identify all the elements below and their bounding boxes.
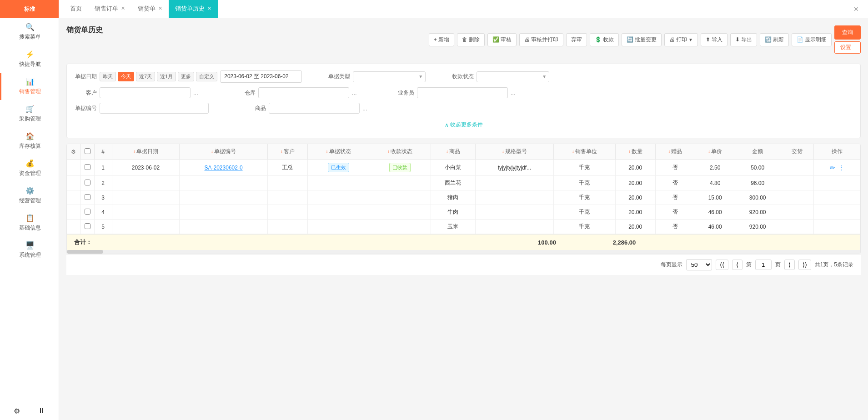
row-select-checkbox[interactable] (85, 164, 90, 170)
row-exchange (780, 220, 814, 234)
row-select-checkbox[interactable] (85, 194, 90, 200)
abandon-button[interactable]: 弃审 (566, 33, 587, 46)
payment-status-select[interactable] (477, 71, 549, 82)
tab-home[interactable]: 首页 (64, 0, 88, 18)
select-all-checkbox[interactable] (85, 148, 90, 154)
date-btn-1month[interactable]: 近1月 (157, 72, 176, 81)
row-checkbox[interactable] (80, 205, 94, 220)
th-doc-status[interactable]: 单据状态 (307, 144, 369, 160)
export-button[interactable]: ⬇ 导出 (730, 33, 757, 46)
customer-more-icon[interactable]: ... (193, 90, 198, 96)
tab-close-all[interactable]: ✕ (849, 5, 863, 13)
refresh-button[interactable]: 🔃 刷新 (760, 33, 789, 46)
per-page-select[interactable]: 50 100 200 (686, 259, 712, 270)
row-doc-no[interactable] (180, 190, 268, 205)
agent-input[interactable] (417, 87, 508, 98)
table-row: 4 牛肉 千克 20.00 否 46.00 920.00 (67, 205, 860, 220)
horizontal-scrollbar[interactable] (67, 250, 860, 254)
batch-change-button[interactable]: 🔄 批量变更 (622, 33, 662, 46)
sidebar-item-operations-mgmt[interactable]: ⚙️ 经营管理 (0, 182, 59, 209)
audit-button[interactable]: ✅ 审核 (487, 33, 517, 46)
sidebar-settings-icon[interactable]: ⚙ (14, 407, 20, 415)
row-select-checkbox[interactable] (85, 209, 90, 215)
th-goods[interactable]: 商品 (431, 144, 476, 160)
date-range-input[interactable]: 2023-06-02 至 2023-06-02 (220, 70, 302, 83)
th-spec[interactable]: 规格型号 (475, 144, 553, 160)
warehouse-more-icon[interactable]: ... (352, 90, 357, 96)
th-customer[interactable]: 客户 (267, 144, 307, 160)
date-btn-today[interactable]: 今天 (118, 72, 134, 81)
agent-more-icon[interactable]: ... (511, 90, 516, 96)
tab-close-sales-goods[interactable]: ✕ (158, 5, 162, 11)
more-icon[interactable]: ⋮ (838, 164, 844, 171)
sidebar-item-purchase-mgmt[interactable]: 🛒 采购管理 (0, 100, 59, 127)
tab-close-sales-history[interactable]: ✕ (207, 5, 211, 11)
sidebar-collapse-icon[interactable]: ⏸ (38, 407, 45, 415)
th-gift[interactable]: 赠品 (655, 144, 695, 160)
row-action (814, 220, 860, 234)
sidebar-item-system-mgmt[interactable]: 🖥️ 系统管理 (0, 236, 59, 264)
query-button[interactable]: 查询 (834, 25, 861, 40)
row-checkbox[interactable] (80, 176, 94, 190)
footer-total-qty: 100.00 (529, 239, 565, 246)
page-number-input[interactable] (755, 260, 772, 270)
date-btn-custom[interactable]: 自定义 (196, 72, 217, 81)
edit-icon[interactable]: ✏ (830, 164, 835, 171)
tab-close-sales-order[interactable]: ✕ (121, 5, 125, 11)
customer-input[interactable] (100, 87, 191, 98)
doc-type-select[interactable] (353, 71, 426, 82)
warehouse-input[interactable] (258, 87, 349, 98)
th-gear[interactable]: ⚙ (67, 144, 80, 160)
sidebar-item-sales-mgmt[interactable]: 📊 销售管理 (0, 73, 59, 100)
sidebar-item-finance-mgmt[interactable]: 💰 资金管理 (0, 155, 59, 182)
print-button[interactable]: 🖨 打印 ▼ (664, 33, 698, 46)
row-checkbox[interactable] (80, 190, 94, 205)
date-btn-7days[interactable]: 近7天 (136, 72, 155, 81)
row-doc-no[interactable]: SA-20230602-0 (180, 160, 268, 176)
row-doc-no[interactable] (180, 220, 268, 234)
row-doc-no[interactable] (180, 176, 268, 190)
goods-input[interactable] (269, 103, 360, 114)
tab-sales-goods[interactable]: 销货单 ✕ (131, 0, 169, 18)
tab-sales-history[interactable]: 销货单历史 ✕ (169, 0, 218, 18)
collapse-button[interactable]: ∧ 收起更多条件 (445, 121, 483, 129)
new-button[interactable]: + 新增 (429, 33, 454, 46)
row-select-checkbox[interactable] (85, 180, 90, 185)
date-btn-more[interactable]: 更多 (178, 72, 194, 81)
row-select-checkbox[interactable] (85, 223, 90, 229)
row-qty: 20.00 (615, 176, 655, 190)
delete-button[interactable]: 🗑 删除 (457, 33, 485, 46)
th-price[interactable]: 单价 (695, 144, 735, 160)
row-qty: 20.00 (615, 160, 655, 176)
sidebar-item-inventory[interactable]: 🏠 库存核算 (0, 127, 59, 155)
last-page-button[interactable]: ⟩⟩ (798, 260, 811, 270)
th-checkbox[interactable] (80, 144, 94, 160)
next-page-button[interactable]: ⟩ (784, 260, 795, 270)
doc-no-input[interactable] (100, 103, 209, 114)
sidebar-item-quick-nav[interactable]: ⚡ 快捷导航 (0, 45, 59, 73)
row-doc-no[interactable] (180, 205, 268, 220)
th-doc-date[interactable]: 单据日期 (112, 144, 179, 160)
prev-page-button[interactable]: ⟨ (732, 260, 743, 270)
column-settings-icon[interactable]: ⚙ (70, 149, 78, 155)
row-checkbox[interactable] (80, 160, 94, 176)
show-details-button[interactable]: 📄 显示明细 (792, 33, 832, 46)
total-info: 共1页，5条记录 (815, 261, 853, 269)
scroll-thumb[interactable] (67, 250, 103, 254)
settings-button[interactable]: 设置 (834, 41, 861, 54)
import-button[interactable]: ⬆ 导入 (701, 33, 728, 46)
sidebar-item-basic-info[interactable]: 📋 基础信息 (0, 209, 59, 236)
th-doc-no[interactable]: 单据编号 (180, 144, 268, 160)
goods-more-icon[interactable]: ... (362, 105, 367, 112)
th-pay-status[interactable]: 收款状态 (369, 144, 431, 160)
sidebar-item-search-menu[interactable]: 🔍 搜索菜单 (0, 18, 59, 45)
audit-print-button[interactable]: 🖨 审核并打印 (519, 33, 563, 46)
collect-button[interactable]: 💲 收款 (590, 33, 619, 46)
th-unit[interactable]: 销售单位 (554, 144, 616, 160)
row-gift: 否 (655, 160, 695, 176)
th-qty[interactable]: 数量 (615, 144, 655, 160)
row-checkbox[interactable] (80, 220, 94, 234)
tab-sales-order[interactable]: 销售订单 ✕ (88, 0, 131, 18)
date-btn-yesterday[interactable]: 昨天 (100, 72, 116, 81)
first-page-button[interactable]: ⟨⟨ (716, 260, 728, 270)
